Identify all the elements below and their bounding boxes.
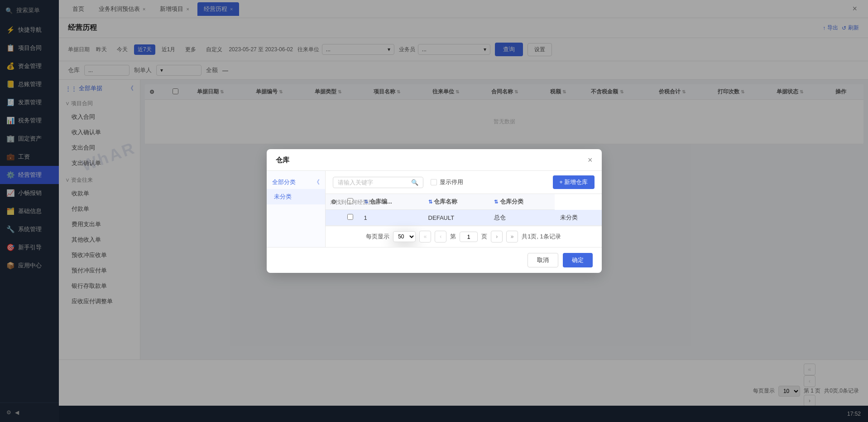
modal-last-page-btn[interactable]: » xyxy=(506,231,518,243)
modal-search-icon: 🔍 xyxy=(411,179,418,186)
row-name-cell: 总仓 xyxy=(489,210,555,226)
modal-actions: 取消 确定 xyxy=(267,247,602,273)
modal-left-header: 全部分类 《 xyxy=(267,175,325,189)
modal-search-input[interactable] xyxy=(338,179,408,186)
modal-pagination: 每页显示 50 20 10 « ‹ 第 页 › » 共1页, 1条记录 xyxy=(326,226,602,247)
modal-first-page-btn[interactable]: « xyxy=(419,231,431,243)
show-disabled-label: 显示停用 xyxy=(440,178,463,186)
modal-prev-page-btn[interactable]: ‹ xyxy=(435,231,446,243)
row-category-cell: 未分类 xyxy=(555,210,602,226)
modal-right-panel: 🔍 显示停用 + 新增仓库 未找到任何经营历程 xyxy=(326,171,602,247)
no-result-text: 未找到任何经营历程 xyxy=(330,199,379,206)
modal-close-button[interactable]: × xyxy=(588,155,593,165)
modal-page-end: 页 xyxy=(481,233,487,241)
row-num-cell: 1 xyxy=(359,210,423,226)
modal-page-input[interactable] xyxy=(460,232,478,242)
modal-title: 仓库 xyxy=(276,156,289,165)
modal-page-size-label: 每页显示 xyxy=(366,233,389,241)
modal-total-label: 共1页, 1条记录 xyxy=(522,233,561,241)
modal-header: 仓库 × xyxy=(267,149,602,171)
modal-table-row[interactable]: 1 DEFAULT 总仓 未分类 xyxy=(326,210,602,226)
modal-toolbar: 🔍 显示停用 + 新增仓库 xyxy=(326,171,602,194)
modal-confirm-button[interactable]: 确定 xyxy=(563,253,593,267)
modal-all-category-label[interactable]: 全部分类 xyxy=(272,178,296,186)
modal-next-page-btn[interactable]: › xyxy=(491,231,503,243)
row-check-cell[interactable] xyxy=(342,210,359,226)
modal-left-panel: 全部分类 《 未分类 xyxy=(267,171,326,247)
show-disabled-toggle: 显示停用 xyxy=(431,178,463,186)
modal-overlay: 仓库 × 全部分类 《 未分类 xyxy=(0,0,868,422)
modal-search-box: 🔍 xyxy=(333,177,423,188)
modal-col-category[interactable]: ⇅ 仓库分类 xyxy=(489,194,555,210)
modal-body: 全部分类 《 未分类 🔍 xyxy=(267,171,602,247)
row-checkbox[interactable] xyxy=(347,214,353,220)
modal-col-name[interactable]: ⇅ 仓库名称 xyxy=(423,194,489,210)
modal-category-unclassified[interactable]: 未分类 xyxy=(267,189,325,204)
sort-category-icon: ⇅ xyxy=(494,199,498,204)
show-disabled-checkbox[interactable] xyxy=(431,179,437,185)
modal-page-size-select[interactable]: 50 20 10 xyxy=(393,231,416,242)
modal-page-label: 第 xyxy=(450,233,456,241)
row-code-cell: DEFAULT xyxy=(423,210,489,226)
unclassified-label: 未分类 xyxy=(274,193,292,200)
row-settings-cell xyxy=(326,210,342,226)
modal-left-collapse-icon[interactable]: 《 xyxy=(314,178,320,186)
add-warehouse-button[interactable]: + 新增仓库 xyxy=(553,175,594,189)
warehouse-modal: 仓库 × 全部分类 《 未分类 xyxy=(267,149,602,273)
modal-cancel-button[interactable]: 取消 xyxy=(528,253,558,267)
sort-name-icon: ⇅ xyxy=(428,199,432,204)
